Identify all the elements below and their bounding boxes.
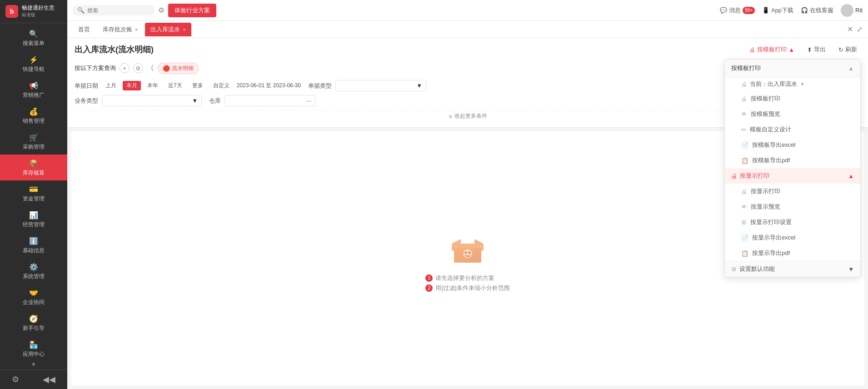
sidebar-item-app-center[interactable]: 🏪 应用中心 bbox=[0, 336, 67, 359]
sidebar-item-label: 销售管理 bbox=[23, 117, 45, 125]
sidebar-item-marketing[interactable]: 📢 营销推广 bbox=[0, 77, 67, 103]
marketing-icon: 📢 bbox=[29, 81, 38, 90]
search-add-btn[interactable]: + bbox=[120, 63, 130, 73]
system-icon: ⚙️ bbox=[29, 263, 38, 271]
close-win-icon[interactable]: ✕ bbox=[847, 25, 853, 34]
filter-tag: 🔴 流水明细 bbox=[158, 63, 199, 74]
template-print-item-icon: 🖨 bbox=[741, 95, 747, 102]
template-pdf-label: 按模板导出pdf bbox=[752, 156, 790, 165]
sidebar-item-base-info[interactable]: ℹ️ 基础信息 bbox=[0, 232, 67, 258]
sidebar-item-label: 采购管理 bbox=[23, 143, 45, 151]
purchase-icon: 🛒 bbox=[29, 133, 38, 142]
sidebar-item-system[interactable]: ⚙️ 系统管理 bbox=[0, 258, 67, 284]
dropdown-item-template-pdf[interactable]: 📋 按模板导出pdf bbox=[725, 153, 860, 168]
template-print-btn[interactable]: 🖨 按模板打印 ▲ bbox=[746, 44, 798, 55]
warehouse-select[interactable]: ··· bbox=[224, 95, 315, 106]
empty-step-1: 1 请先选择要分析的方案 bbox=[425, 274, 509, 282]
dropdown-title: 按模板打印 bbox=[731, 64, 761, 72]
sidebar-item-operations[interactable]: 📊 经营管理 bbox=[0, 206, 67, 232]
dropdown-item-display-print[interactable]: 🖨 按显示打印 bbox=[725, 184, 860, 199]
dropdown-item-template-preview[interactable]: 👁 按模板预览 bbox=[725, 106, 860, 122]
topbar-actions: 💬 消息 99+ 📱 App下载 🎧 在线客服 Rit bbox=[720, 4, 863, 17]
dropdown-menu: 按模板打印 ▲ 🖨 当前：出入库流水 ▼ 🖨 按模板打印 👁 按模板预览 bbox=[724, 59, 861, 277]
current-icon: 🖨 bbox=[741, 81, 747, 88]
settings-icon[interactable]: ⚙ bbox=[12, 374, 19, 384]
sidebar-scroll[interactable]: ▼ bbox=[0, 359, 67, 369]
tab-inventory-batch-close[interactable]: × bbox=[135, 27, 138, 32]
empty-state: 1 请先选择要分析的方案 2 用[过滤]条件来缩小分析范围 bbox=[425, 223, 509, 294]
app-download-action[interactable]: 📱 App下载 bbox=[762, 6, 793, 15]
template-preview-icon: 👁 bbox=[741, 111, 747, 118]
dropdown-item-display-print-settings[interactable]: ⚙ 按显示打印设置 bbox=[725, 214, 860, 230]
sidebar-item-enterprise[interactable]: 🤝 企业协同 bbox=[0, 284, 67, 310]
enterprise-icon: 🤝 bbox=[29, 289, 38, 297]
operations-icon: 📊 bbox=[29, 211, 38, 219]
biz-type-select[interactable]: ▼ bbox=[102, 95, 202, 106]
search-setting-btn[interactable]: ⚙ bbox=[133, 63, 143, 73]
dropdown-item-display-preview[interactable]: 👁 按显示预览 bbox=[725, 199, 860, 214]
dropdown-item-template-design[interactable]: ✏ 模板自定义设计 bbox=[725, 122, 860, 137]
dropdown-item-display-pdf[interactable]: 📋 按显示导出pdf bbox=[725, 245, 860, 261]
maximize-win-icon[interactable]: ⤢ bbox=[857, 25, 863, 34]
dropdown-footer[interactable]: ⚙ 设置默认功能 ▼ bbox=[725, 261, 860, 277]
step-2-text: 用[过滤]条件来缩小分析范围 bbox=[435, 284, 509, 292]
base-info-icon: ℹ️ bbox=[29, 237, 38, 245]
search-collapse-btn[interactable]: 《 bbox=[147, 64, 154, 73]
svg-point-4 bbox=[463, 249, 472, 258]
dropdown-current-item[interactable]: 🖨 当前：出入库流水 ▼ bbox=[725, 77, 860, 91]
step-1-text: 请先选择要分析的方案 bbox=[435, 274, 494, 282]
collapse-more-label: 收起更多条件 bbox=[454, 112, 487, 120]
page-title: 出入库流水(流水明细) bbox=[75, 44, 154, 55]
sidebar-item-label: 搜索菜单 bbox=[23, 40, 45, 47]
sidebar-item-quick-nav[interactable]: ⚡ 快捷导航 bbox=[0, 51, 67, 77]
tab-inventory-flow-close[interactable]: × bbox=[183, 27, 185, 32]
tab-home[interactable]: 首页 bbox=[73, 23, 95, 36]
tab-inventory-flow[interactable]: 出入库流水 × bbox=[145, 23, 191, 36]
online-service-action[interactable]: 🎧 在线客服 bbox=[801, 6, 833, 15]
dropdown-item-template-print[interactable]: 🖨 按模板打印 bbox=[725, 91, 860, 106]
svg-marker-2 bbox=[452, 239, 461, 244]
topbar: 🔍 ⚙ 体验行业方案 💬 消息 99+ 📱 App下载 🎧 在线客服 Rit bbox=[67, 0, 868, 21]
trial-btn[interactable]: 体验行业方案 bbox=[168, 4, 216, 17]
export-btn[interactable]: ⬆ 导出 bbox=[803, 44, 829, 55]
svg-point-6 bbox=[469, 252, 470, 254]
display-print-label: 按显示打印 bbox=[751, 187, 780, 195]
doc-type-select[interactable]: ▼ bbox=[335, 80, 426, 91]
tab-inventory-batch[interactable]: 库存批次账 × bbox=[97, 23, 143, 36]
scroll-down-icon[interactable]: ▼ bbox=[31, 361, 36, 368]
sidebar-item-sales[interactable]: 💰 销售管理 bbox=[0, 103, 67, 129]
date-options: 上月 本月 本年 近7天 更多 自定义 bbox=[102, 81, 233, 90]
topbar-search-box[interactable]: 🔍 bbox=[73, 5, 155, 15]
collapse-icon[interactable]: ◀◀ bbox=[43, 374, 55, 384]
search-input[interactable] bbox=[87, 7, 142, 14]
topbar-gear-icon[interactable]: ⚙ bbox=[158, 6, 165, 15]
display-preview-label: 按显示预览 bbox=[751, 203, 780, 211]
date-opt-this-year[interactable]: 本年 bbox=[144, 81, 162, 90]
sidebar-item-guide[interactable]: 🧭 新手引导 bbox=[0, 310, 67, 336]
date-opt-7days[interactable]: 近7天 bbox=[165, 81, 186, 90]
sidebar-item-label: 基础信息 bbox=[23, 247, 45, 254]
sidebar-item-finance[interactable]: 💳 资金管理 bbox=[0, 180, 67, 206]
dropdown-up-icon[interactable]: ▲ bbox=[848, 65, 854, 72]
sidebar-item-search-menu[interactable]: 🔍 搜索菜单 bbox=[0, 25, 67, 51]
collapse-up-icon: ∧ bbox=[449, 113, 453, 120]
dropdown-item-display-excel[interactable]: 📄 按显示导出excel bbox=[725, 230, 860, 245]
display-pdf-label: 按显示导出pdf bbox=[752, 249, 790, 257]
sidebar-item-purchase[interactable]: 🛒 采购管理 bbox=[0, 129, 67, 155]
empty-step-2: 2 用[过滤]条件来缩小分析范围 bbox=[425, 284, 509, 292]
date-opt-this-month[interactable]: 本月 bbox=[123, 81, 141, 90]
sidebar-item-label: 企业协同 bbox=[23, 299, 45, 306]
refresh-btn[interactable]: ↻ 刷新 bbox=[835, 44, 861, 55]
user-profile[interactable]: Rit bbox=[841, 4, 863, 17]
dropdown-header: 按模板打印 ▲ bbox=[725, 60, 860, 77]
sidebar-item-inventory[interactable]: 📦 库存核算 bbox=[0, 155, 67, 180]
dropdown-item-template-excel[interactable]: 📄 按模板导出excel bbox=[725, 137, 860, 153]
date-opt-more[interactable]: 更多 bbox=[189, 81, 207, 90]
tab-inventory-batch-label: 库存批次账 bbox=[103, 25, 132, 34]
dropdown-section-display[interactable]: 🖨 按显示打印 ▲ bbox=[725, 168, 860, 184]
date-opt-custom[interactable]: 自定义 bbox=[210, 81, 233, 90]
display-settings-icon: ⚙ bbox=[741, 219, 747, 226]
date-opt-last-month[interactable]: 上月 bbox=[102, 81, 120, 90]
message-action[interactable]: 💬 消息 99+ bbox=[720, 6, 755, 15]
sidebar-item-label: 库存核算 bbox=[23, 169, 45, 177]
